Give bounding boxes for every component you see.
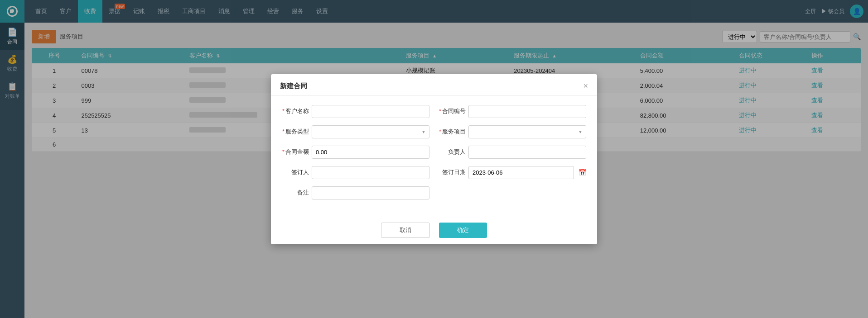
form-row-1: *客户名称 *合同编号: [282, 105, 586, 118]
contract-amount-label: *合同金额: [282, 148, 309, 156]
service-item-select[interactable]: [468, 125, 586, 138]
form-group-amount: *合同金额: [282, 146, 429, 159]
signer-input[interactable]: [312, 166, 429, 179]
modal-overlay[interactable]: 新建合同 × *客户名称 *合同编号: [0, 0, 868, 318]
remark-input[interactable]: [312, 186, 429, 199]
modal-title: 新建合同: [280, 82, 307, 90]
form-row-4: 签订人 签订日期 📅: [282, 166, 586, 179]
form-group-service-type: *服务类型: [282, 125, 429, 138]
signer-label: 签订人: [282, 168, 309, 176]
form-group-contract-no: *合同编号: [439, 105, 586, 118]
form-group-customer: *客户名称: [282, 105, 429, 118]
modal-close-button[interactable]: ×: [583, 81, 588, 91]
new-contract-modal: 新建合同 × *客户名称 *合同编号: [271, 74, 597, 244]
service-item-select-wrapper: [468, 125, 586, 138]
form-row-3: *合同金额 负责人: [282, 146, 586, 159]
cancel-button[interactable]: 取消: [381, 223, 430, 238]
person-in-charge-input[interactable]: [468, 146, 586, 159]
modal-header: 新建合同 ×: [271, 74, 597, 96]
form-group-remark: 备注: [282, 186, 429, 199]
customer-name-input[interactable]: [312, 105, 429, 118]
service-type-label: *服务类型: [282, 128, 309, 136]
form-group-person: 负责人: [439, 146, 586, 159]
confirm-button[interactable]: 确定: [439, 223, 487, 238]
service-type-select[interactable]: [312, 125, 429, 138]
calendar-icon[interactable]: 📅: [579, 169, 586, 176]
form-group-service-item: *服务项目: [439, 125, 586, 138]
form-group-signer: 签订人: [282, 166, 429, 179]
contract-no-label: *合同编号: [439, 107, 466, 115]
remark-label: 备注: [282, 189, 309, 197]
person-in-charge-label: 负责人: [439, 148, 466, 156]
form-row-5: 备注: [282, 186, 586, 199]
service-item-label: *服务项目: [439, 128, 466, 136]
modal-body: *客户名称 *合同编号 *服务类型: [271, 96, 597, 216]
modal-footer: 取消 确定: [271, 216, 597, 244]
sign-date-label: 签订日期: [439, 168, 466, 176]
form-group-sign-date: 签订日期 📅: [439, 166, 586, 179]
form-row-2: *服务类型 *服务项目: [282, 125, 586, 138]
sign-date-input[interactable]: [468, 166, 574, 179]
contract-no-input[interactable]: [468, 105, 586, 118]
customer-name-label: *客户名称: [282, 107, 309, 115]
contract-amount-input[interactable]: [312, 146, 429, 159]
service-type-select-wrapper: [312, 125, 429, 138]
